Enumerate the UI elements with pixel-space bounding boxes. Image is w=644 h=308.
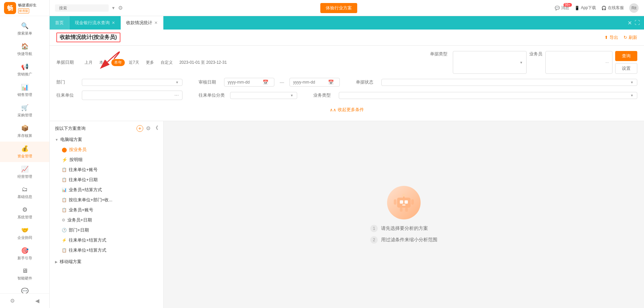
sidebar-item-purchase[interactable]: 🛒 采购管理 — [0, 101, 49, 121]
scheme-by-partner-dept[interactable]: 📋 按往来单位+部门+收... — [50, 195, 163, 205]
dept-label: 部门 — [56, 79, 76, 85]
user-avatar[interactable]: Rit — [629, 3, 639, 13]
tabbar: 首页 现金银行流水查询 ✕ 收款情况统计 ✕ ✕ ⛶ — [50, 16, 644, 30]
scheme-settings-icon[interactable]: ⚙ — [146, 125, 151, 132]
calendar-end-icon[interactable]: 📅 — [328, 80, 334, 85]
scheme-salesperson-date[interactable]: ⚙ 业务员+日期 — [50, 215, 163, 225]
step-num-2: 2 — [370, 236, 378, 244]
review-date-end[interactable]: 📅 — [289, 78, 340, 87]
collapse-sidebar-icon[interactable]: ◀ — [35, 298, 39, 304]
partner-select[interactable]: ··· — [82, 91, 182, 100]
sidebar-item-guide[interactable]: 🎯 新手引导 — [0, 244, 49, 264]
desktop-group-header[interactable]: ▼ 电脑端方案 — [50, 135, 163, 145]
doc-status-select[interactable]: ▼ — [381, 79, 637, 86]
close-window-icon[interactable]: ✕ — [628, 20, 632, 26]
panel-header-icons: + ⚙ 《 — [137, 125, 158, 132]
partner-dots[interactable]: ··· — [174, 92, 179, 98]
tab-close-collection-stat[interactable]: ✕ — [154, 20, 158, 25]
tab-collection-stat[interactable]: 收款情况统计 ✕ — [121, 16, 163, 30]
message-button[interactable]: 💬 消息 99+ — [555, 5, 569, 11]
quick-nav-icon: 🏠 — [21, 43, 29, 50]
filter-panel: 单据日期 上月 本月 本年 近7天 更多 自定义 2023-01-01 至 20… — [50, 46, 644, 121]
right-content: 1 请先选择要分析的方案 2 用过滤条件来缩小分析范围 — [164, 121, 644, 308]
review-date-label: 审核日期 — [199, 79, 219, 85]
add-scheme-icon[interactable]: + — [137, 125, 143, 132]
logo-area: 畅 畅捷通好生 标准版 — [0, 0, 49, 16]
date-range-display: 2023-01-01 至 2023-12-31 — [179, 60, 227, 65]
biz-type-select[interactable]: ▼ — [339, 92, 637, 99]
calendar-start-icon[interactable]: 📅 — [263, 80, 268, 85]
sidebar-item-operation[interactable]: 📈 经营管理 — [0, 162, 49, 183]
logo-badge: 标准版 — [18, 8, 37, 13]
sidebar-item-marketing[interactable]: 📢 营销推广 — [0, 60, 49, 80]
chevron-up-icon: ∧∧ — [330, 107, 336, 112]
search-input[interactable] — [55, 4, 109, 12]
maximize-icon[interactable]: ⛶ — [635, 20, 640, 26]
review-date-end-input[interactable] — [293, 80, 327, 85]
search-menu-icon: 🔍 — [21, 22, 29, 30]
tab-bank-flow[interactable]: 现金银行流水查询 ✕ — [69, 16, 121, 30]
date-tab-last-month[interactable]: 上月 — [82, 59, 95, 66]
mobile-expand-arrow-icon: ▶ — [55, 260, 58, 264]
marketing-icon: 📢 — [21, 63, 29, 70]
collapse-filter-button[interactable]: ∧∧ 收起更多条件 — [56, 104, 637, 115]
message-icon: 💬 — [555, 6, 560, 10]
scheme-partner-account[interactable]: 📋 往来单位+账号 — [50, 165, 163, 175]
query-button[interactable]: 查询 — [615, 51, 637, 61]
chevron-down-icon[interactable]: ▼ — [111, 6, 115, 10]
mobile-group-header[interactable]: ▶ 移动端方案 — [50, 257, 163, 267]
salesperson-scheme-icon: ⬤ — [62, 147, 67, 152]
sidebar-item-finance[interactable]: 💰 资金管理 — [0, 142, 49, 162]
scheme-partner-settlement1[interactable]: ⚡ 往来单位+结算方式 — [50, 235, 163, 245]
collapse-panel-icon[interactable]: 《 — [153, 125, 158, 132]
setting-button[interactable]: 设置 — [615, 63, 637, 74]
sidebar-item-enterprise[interactable]: 🤝 企业协同 — [0, 223, 49, 244]
date-tab-this-month[interactable]: 本月 — [97, 59, 110, 66]
refresh-icon: ↻ — [624, 35, 627, 40]
scheme-partner-settlement2[interactable]: 📋 往来单位+结算方式 — [50, 245, 163, 255]
scheme-dept-date[interactable]: 🕐 部门+日期 — [50, 225, 163, 235]
sidebar-item-quick-nav[interactable]: 🏠 快捷导航 — [0, 39, 49, 60]
doc-type-select[interactable]: ▼ — [453, 51, 527, 74]
service-icon: 🎧 — [601, 6, 606, 10]
date-label: 单据日期 — [56, 59, 76, 65]
topbar-gear-icon[interactable]: ⚙ — [118, 5, 123, 11]
review-date-start[interactable]: 📅 — [224, 78, 274, 87]
purchase-icon: 🛒 — [21, 104, 29, 111]
scheme-by-salesperson[interactable]: ⬤ 按业务员 — [50, 145, 163, 155]
sidebar-item-sales[interactable]: 📊 销售管理 — [0, 80, 49, 101]
salesperson-dots[interactable]: ··· — [605, 60, 609, 65]
sidebar-item-inventory[interactable]: 📦 库存核算 — [0, 121, 49, 142]
review-date-start-input[interactable] — [228, 80, 261, 85]
sidebar-item-basic[interactable]: 🗂 基础信息 — [0, 183, 49, 203]
sidebar-item-wechat[interactable]: 💬 企业微信 — [0, 284, 49, 293]
app-download-button[interactable]: 📱 App下载 — [575, 5, 596, 11]
sidebar-item-search-menu[interactable]: 🔍 搜索菜单 — [0, 19, 49, 39]
sales-icon: 📊 — [21, 84, 29, 91]
refresh-button[interactable]: ↻ 刷新 — [624, 35, 637, 41]
tab-home[interactable]: 首页 — [50, 16, 69, 30]
sidebar-item-system[interactable]: ⚙ 系统管理 — [0, 203, 49, 223]
trial-button[interactable]: 体验行业方案 — [320, 3, 357, 13]
scheme-salesperson-account[interactable]: 📋 业务员+账号 — [50, 205, 163, 215]
settings-bottom-icon[interactable]: ⚙ — [10, 298, 15, 304]
empty-illustration — [387, 186, 421, 219]
scheme-salesperson-settlement[interactable]: 📊 业务员+结算方式 — [50, 185, 163, 195]
tab-close-bank-flow[interactable]: ✕ — [112, 20, 115, 25]
date-tab-more[interactable]: 更多 — [143, 59, 157, 66]
robot-svg — [390, 189, 417, 216]
dept-select[interactable]: ▼ — [82, 79, 182, 86]
sidebar-item-hardware[interactable]: 🖥 智能硬件 — [0, 264, 49, 284]
salesperson-select[interactable]: ··· — [545, 51, 612, 74]
export-button[interactable]: ⬆ 导出 — [604, 35, 618, 41]
date-tab-7days[interactable]: 近7天 — [126, 59, 142, 66]
biz-type-arrow-icon: ▼ — [630, 94, 634, 97]
dept-arrow-icon: ▼ — [175, 81, 179, 84]
svg-rect-6 — [394, 199, 396, 205]
partner-class-select[interactable]: ▼ — [230, 92, 297, 99]
scheme-partner-date[interactable]: 📋 往来单位+日期 — [50, 175, 163, 185]
online-service-button[interactable]: 🎧 在线客服 — [601, 5, 624, 11]
date-tab-custom[interactable]: 自定义 — [158, 59, 175, 66]
date-tab-this-year[interactable]: 本年 — [111, 59, 125, 66]
scheme-by-detail[interactable]: ⚡ 按明细 — [50, 155, 163, 165]
